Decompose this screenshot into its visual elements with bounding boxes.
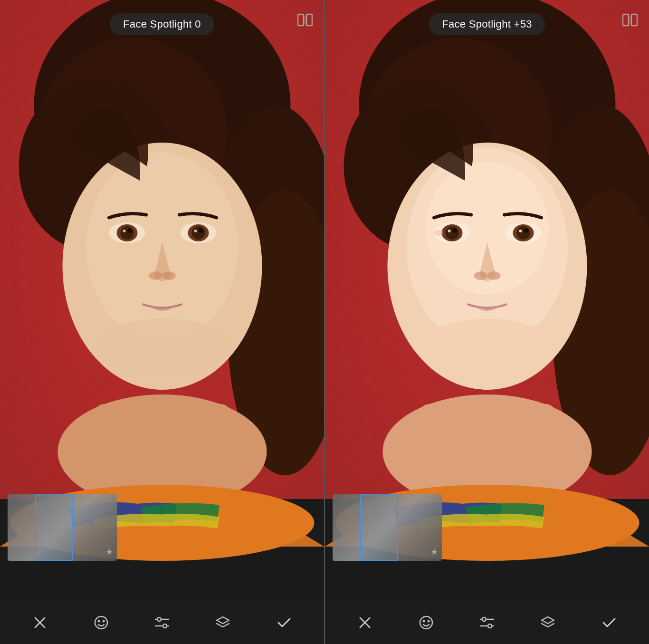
toolbar bbox=[0, 601, 649, 644]
svg-point-51 bbox=[517, 226, 530, 240]
right-thumb-star: ★ bbox=[430, 547, 438, 557]
right-face-button[interactable] bbox=[413, 609, 439, 636]
svg-point-53 bbox=[519, 230, 522, 232]
left-label-text: Face Spotlight 0 bbox=[123, 18, 201, 30]
right-confirm-button[interactable] bbox=[596, 609, 622, 636]
toolbar-left bbox=[0, 601, 324, 644]
svg-point-20 bbox=[194, 230, 197, 232]
svg-point-77 bbox=[427, 620, 429, 623]
right-thumb-selected bbox=[360, 494, 399, 561]
svg-point-76 bbox=[422, 620, 425, 623]
svg-point-21 bbox=[149, 271, 162, 280]
svg-rect-59 bbox=[623, 14, 629, 26]
svg-point-13 bbox=[121, 226, 134, 240]
right-cancel-button[interactable] bbox=[352, 609, 378, 636]
left-sliders-button[interactable] bbox=[149, 609, 175, 636]
svg-point-52 bbox=[524, 228, 529, 233]
svg-point-47 bbox=[448, 230, 451, 232]
right-compare-icon[interactable] bbox=[622, 13, 638, 30]
panels-row: Face Spotlight 0 ★ bbox=[0, 0, 649, 601]
svg-point-22 bbox=[162, 271, 176, 280]
svg-point-14 bbox=[128, 228, 133, 233]
svg-rect-26 bbox=[298, 14, 304, 26]
right-thumbnail-strip[interactable]: ★ bbox=[333, 494, 442, 561]
toolbar-right bbox=[325, 601, 649, 644]
svg-point-55 bbox=[487, 271, 501, 280]
svg-point-70 bbox=[157, 617, 161, 621]
svg-point-79 bbox=[482, 617, 486, 621]
svg-point-46 bbox=[453, 228, 458, 233]
right-label-text: Face Spotlight +53 bbox=[442, 18, 532, 30]
right-sliders-button[interactable] bbox=[474, 609, 500, 636]
svg-point-67 bbox=[97, 620, 100, 623]
right-label-pill: Face Spotlight +53 bbox=[429, 13, 545, 35]
left-cancel-button[interactable] bbox=[27, 609, 53, 636]
left-panel: Face Spotlight 0 ★ bbox=[0, 0, 325, 601]
left-thumbnail-inner: ★ bbox=[8, 494, 117, 561]
left-thumb-selected bbox=[35, 494, 74, 561]
left-compare-icon[interactable] bbox=[297, 13, 313, 30]
svg-point-45 bbox=[446, 226, 459, 240]
left-thumb-star: ★ bbox=[105, 547, 113, 557]
svg-point-15 bbox=[123, 230, 126, 232]
right-thumbnail-inner: ★ bbox=[333, 494, 442, 561]
right-panel: Face Spotlight +53 ★ bbox=[325, 0, 649, 601]
left-layers-button[interactable] bbox=[210, 609, 236, 636]
left-label-pill: Face Spotlight 0 bbox=[110, 13, 214, 35]
svg-point-18 bbox=[192, 226, 205, 240]
left-thumbnail-strip[interactable]: ★ bbox=[8, 494, 117, 561]
svg-rect-27 bbox=[306, 14, 312, 26]
svg-point-68 bbox=[102, 620, 105, 623]
svg-point-19 bbox=[199, 228, 204, 233]
svg-point-48 bbox=[434, 230, 444, 236]
svg-rect-60 bbox=[631, 14, 637, 26]
left-confirm-button[interactable] bbox=[271, 609, 297, 636]
svg-point-56 bbox=[421, 318, 554, 375]
svg-point-72 bbox=[163, 624, 167, 628]
svg-point-75 bbox=[420, 616, 432, 629]
svg-point-66 bbox=[95, 616, 107, 629]
svg-point-54 bbox=[474, 271, 487, 280]
svg-point-81 bbox=[488, 624, 492, 628]
right-layers-button[interactable] bbox=[534, 609, 561, 636]
left-face-button[interactable] bbox=[88, 609, 115, 636]
svg-point-23 bbox=[96, 318, 229, 375]
app-container: Face Spotlight 0 ★ bbox=[0, 0, 649, 644]
